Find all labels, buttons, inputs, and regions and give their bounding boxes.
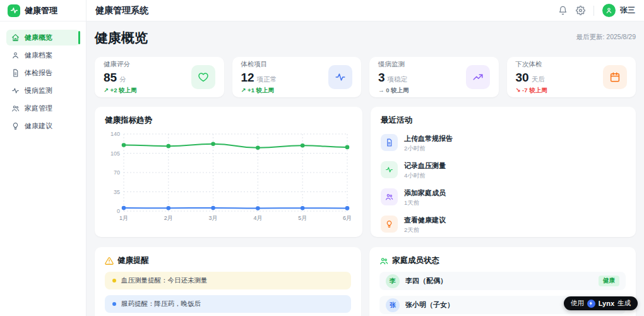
users-icon	[11, 104, 20, 112]
stat-iconbox	[603, 65, 627, 89]
stats-row: 健康评分85分↗ +2 较上周体检项目12项正常↗ +1 较上周慢病监测3项稳定…	[95, 57, 636, 97]
family-title: 家庭成员状态	[392, 255, 439, 266]
reminder-item-1: 服药提醒：降压药，晚饭后	[105, 295, 351, 313]
activity-panel-title: 最近活动	[381, 115, 626, 126]
svg-text:1月: 1月	[119, 215, 128, 221]
trend-line-chart: 035701051401月2月3月4月5月6月	[105, 129, 352, 229]
trend-arrow-icon: ↗	[104, 87, 109, 94]
stat-value: 12	[241, 71, 254, 85]
topbar-actions: 张三	[558, 4, 635, 17]
reminder-dot-icon	[112, 302, 116, 306]
stat-iconbox	[466, 65, 490, 89]
lynx-badge-prefix: 使用	[571, 299, 584, 308]
sidebar-item-label: 体检报告	[25, 68, 52, 78]
activity-iconbox	[381, 216, 398, 233]
stat-trend: ↘ -7 较上周	[516, 87, 547, 95]
reminders-title: 健康提醒	[117, 255, 149, 266]
reminders-panel: 健康提醒 血压测量提醒：今日还未测量服药提醒：降压药，晚饭后运动目标：今日已完成…	[95, 247, 361, 316]
notifications-bell-icon[interactable]	[558, 6, 568, 15]
reminders-header: 健康提醒	[105, 255, 351, 266]
svg-text:105: 105	[110, 150, 120, 157]
member-name: 张小明（子女）	[405, 300, 454, 310]
activity-time: 2天前	[404, 226, 446, 234]
lightbulb-icon	[385, 220, 393, 228]
activity-title: 查看健康建议	[404, 216, 446, 225]
svg-text:2月: 2月	[164, 215, 173, 221]
stat-value: 3	[378, 71, 385, 85]
trend-arrow-icon: ↘	[516, 87, 521, 94]
sidebar-item-2[interactable]: 体检报告	[6, 65, 80, 81]
family-users-icon	[379, 257, 388, 265]
page-title: 健康概览	[95, 29, 148, 47]
activity-icon	[11, 87, 20, 95]
page-header: 健康概览 最后更新: 2025/8/29	[95, 29, 636, 47]
activity-time: 2小时前	[404, 145, 453, 153]
brand: 健康管理	[0, 0, 86, 21]
member-status-badge: 健康	[599, 276, 619, 286]
reminder-text: 血压测量提醒：今日还未测量	[121, 276, 208, 285]
stat-unit: 项正常	[257, 75, 277, 84]
users-icon	[385, 193, 393, 201]
stat-unit: 分	[119, 75, 126, 84]
sidebar-item-label: 健康概览	[25, 33, 52, 42]
activity-text: 添加家庭成员1天前	[404, 188, 446, 207]
activity-item-2[interactable]: 添加家庭成员1天前	[381, 188, 626, 207]
sidebar-nav: 健康概览健康档案体检报告慢病监测家庭管理健康建议	[0, 21, 86, 144]
family-member-0[interactable]: 李李四（配偶）健康	[379, 272, 626, 290]
bottom-row: 健康提醒 血压测量提醒：今日还未测量服药提醒：降压药，晚饭后运动目标：今日已完成…	[95, 247, 636, 316]
sidebar-item-5[interactable]: 健康建议	[6, 118, 80, 134]
stat-card-text: 下次体检30天后↘ -7 较上周	[516, 60, 547, 95]
stat-card-0: 健康评分85分↗ +2 较上周	[95, 57, 224, 97]
stat-card-text: 体检项目12项正常↗ +1 较上周	[241, 60, 277, 95]
warning-triangle-icon	[105, 257, 114, 265]
activity-text: 记录血压测量4小时前	[404, 161, 446, 180]
activity-text: 上传血常规报告2小时前	[404, 134, 453, 153]
activity-icon	[335, 71, 346, 83]
main-content: 健康概览 最后更新: 2025/8/29 健康评分85分↗ +2 较上周体检项目…	[86, 21, 644, 316]
member-name: 李四（配偶）	[405, 276, 447, 286]
middle-row: 健康指标趋势 035701051401月2月3月4月5月6月 最近活动 上传血常…	[95, 107, 636, 237]
sidebar-item-1[interactable]: 健康档案	[6, 47, 80, 63]
reminder-item-0: 血压测量提醒：今日还未测量	[105, 272, 351, 289]
topbar-divider	[593, 6, 594, 16]
stat-value: 30	[516, 71, 529, 85]
stat-card-1: 体检项目12项正常↗ +1 较上周	[232, 57, 362, 97]
reminder-text: 服药提醒：降压药，晚饭后	[121, 300, 201, 308]
trending-up-icon	[472, 71, 484, 83]
svg-text:6月: 6月	[343, 215, 352, 221]
stat-iconbox	[328, 65, 352, 89]
trend-arrow-icon: →	[378, 87, 385, 94]
stat-trend: → 0 较上周	[378, 87, 409, 95]
lynx-logo-icon	[587, 300, 595, 308]
lynx-badge-suffix: 生成	[617, 299, 631, 308]
sidebar-item-4[interactable]: 家庭管理	[6, 100, 80, 116]
lightbulb-icon	[11, 122, 20, 130]
svg-text:3月: 3月	[209, 215, 218, 221]
stat-label: 下次体检	[516, 60, 547, 69]
activity-iconbox	[381, 188, 398, 205]
family-header: 家庭成员状态	[379, 255, 626, 266]
stat-card-2: 慢病监测3项稳定→ 0 较上周	[369, 57, 499, 97]
activity-list: 上传血常规报告2小时前记录血压测量4小时前添加家庭成员1天前查看健康建议2天前	[381, 134, 626, 234]
settings-gear-icon[interactable]	[576, 6, 585, 15]
reminder-list: 血压测量提醒：今日还未测量服药提醒：降压药，晚饭后运动目标：今日已完成 8000…	[105, 272, 351, 316]
home-icon	[11, 33, 20, 42]
user-menu[interactable]: 张三	[602, 4, 635, 17]
brand-name: 健康管理	[25, 5, 57, 16]
svg-text:4月: 4月	[253, 215, 262, 221]
stat-label: 慢病监测	[378, 60, 409, 69]
svg-text:0: 0	[117, 208, 120, 214]
lynx-badge[interactable]: 使用 Lynx 生成	[564, 296, 638, 310]
stat-iconbox	[191, 65, 215, 89]
activity-item-3[interactable]: 查看健康建议2天前	[381, 216, 626, 234]
sidebar-item-0[interactable]: 健康概览	[6, 30, 80, 46]
stat-trend: ↗ +1 较上周	[241, 87, 277, 95]
sidebar-item-3[interactable]: 慢病监测	[6, 83, 80, 99]
activity-item-1[interactable]: 记录血压测量4小时前	[381, 161, 626, 180]
activity-item-0[interactable]: 上传血常规报告2小时前	[381, 134, 626, 153]
sidebar: 健康管理 健康概览健康档案体检报告慢病监测家庭管理健康建议	[0, 0, 86, 316]
activity-icon	[385, 166, 393, 174]
heart-icon	[198, 71, 209, 83]
stat-value: 85	[104, 71, 117, 85]
activity-iconbox	[381, 161, 398, 178]
